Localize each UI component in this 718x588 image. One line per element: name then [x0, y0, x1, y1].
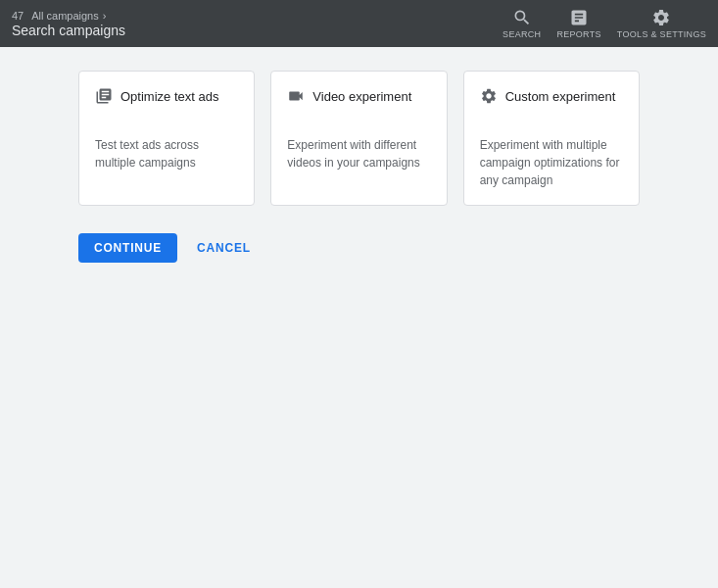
- topbar-left: 47 All campaigns › Search campaigns: [12, 10, 125, 38]
- custom-experiment-card[interactable]: Custom experiment Experiment with multip…: [463, 71, 640, 206]
- buttons-row: CONTINUE CANCEL: [78, 233, 640, 263]
- card-desc-2: Experiment with different videos in your…: [287, 136, 430, 172]
- tools-settings-icon: [651, 8, 671, 27]
- card-header-2: Video experiment: [287, 87, 430, 105]
- text-ads-icon: [95, 87, 113, 105]
- reports-icon: [569, 8, 589, 27]
- video-experiment-card[interactable]: Video experiment Experiment with differe…: [270, 71, 447, 206]
- video-icon: [287, 87, 305, 105]
- search-button[interactable]: SEARCH: [503, 8, 541, 39]
- gear-icon: [480, 87, 498, 105]
- card-desc-1: Test text ads across multiple campaigns: [95, 136, 238, 172]
- topbar-right: SEARCH REPORTS TOOLS & SETTINGS: [503, 8, 706, 39]
- tools-settings-button[interactable]: TOOLS & SETTINGS: [617, 8, 706, 39]
- card-header-1: Optimize text ads: [95, 87, 238, 105]
- topbar: 47 All campaigns › Search campaigns SEAR…: [0, 0, 718, 47]
- card-title-2: Video experiment: [312, 89, 411, 104]
- card-desc-3: Experiment with multiple campaign optimi…: [480, 136, 623, 189]
- page-title: Search campaigns: [12, 23, 125, 38]
- reports-label: REPORTS: [556, 29, 600, 39]
- tools-settings-label: TOOLS & SETTINGS: [617, 29, 706, 39]
- continue-button[interactable]: CONTINUE: [78, 233, 177, 263]
- cards-row: Optimize text ads Test text ads across m…: [78, 71, 640, 206]
- breadcrumb-arrow: ›: [103, 10, 107, 22]
- search-label: SEARCH: [503, 29, 541, 39]
- reports-button[interactable]: REPORTS: [556, 8, 600, 39]
- card-title-1: Optimize text ads: [120, 89, 218, 104]
- cancel-button[interactable]: CANCEL: [185, 233, 263, 263]
- breadcrumb: All campaigns ›: [31, 10, 106, 22]
- account-id: 47: [12, 10, 24, 22]
- card-header-3: Custom experiment: [480, 87, 623, 105]
- card-title-3: Custom experiment: [505, 89, 616, 104]
- breadcrumb-parent[interactable]: All campaigns: [31, 10, 98, 22]
- main-content: Optimize text ads Test text ads across m…: [0, 47, 718, 588]
- search-icon: [512, 8, 532, 27]
- optimize-text-ads-card[interactable]: Optimize text ads Test text ads across m…: [78, 71, 255, 206]
